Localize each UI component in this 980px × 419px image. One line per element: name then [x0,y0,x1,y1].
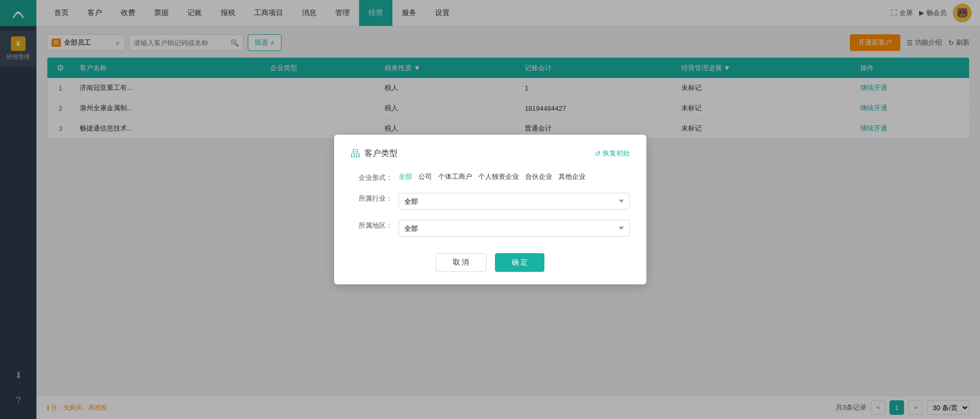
confirm-button[interactable]: 确 定 [495,253,545,272]
reset-button[interactable]: ↺ 恢复初始 [595,149,630,158]
region-form-row: 所属地区： 全部 [351,220,630,237]
cancel-button[interactable]: 取 消 [436,253,487,272]
region-select-wrapper: 全部 [399,220,630,237]
option-sole[interactable]: 个人独资企业 [478,172,519,181]
enterprise-form-row: 企业形式： 全部 公司 个体工商户 个人独资企业 合伙企业 其他企业 [351,172,630,182]
industry-form-row: 所属行业： 全部 [351,193,630,210]
modal-title-left: 品 客户类型 [351,147,398,160]
enterprise-form-label: 企业形式： [351,172,392,182]
option-individual[interactable]: 个体工商户 [438,172,472,181]
region-select[interactable]: 全部 [399,220,630,237]
reset-icon: ↺ [595,150,601,158]
customer-type-icon: 品 [351,147,360,160]
enterprise-form-content: 全部 公司 个体工商户 个人独资企业 合伙企业 其他企业 [399,172,630,181]
modal-title: 品 客户类型 ↺ 恢复初始 [351,147,630,160]
industry-select-wrapper: 全部 [399,193,630,210]
modal-footer: 取 消 确 定 [351,253,630,272]
option-partnership[interactable]: 合伙企业 [525,172,552,181]
option-other[interactable]: 其他企业 [558,172,586,181]
option-company[interactable]: 公司 [418,172,432,181]
modal-title-text: 客户类型 [364,148,398,159]
industry-select[interactable]: 全部 [399,193,630,210]
option-all[interactable]: 全部 [399,172,412,181]
region-label: 所属地区： [351,220,392,230]
industry-label: 所属行业： [351,193,392,203]
customer-type-modal: 品 客户类型 ↺ 恢复初始 企业形式： 全部 公司 个体工商户 个人独资企业 合… [334,135,646,284]
modal-overlay: 品 客户类型 ↺ 恢复初始 企业形式： 全部 公司 个体工商户 个人独资企业 合… [0,0,980,419]
